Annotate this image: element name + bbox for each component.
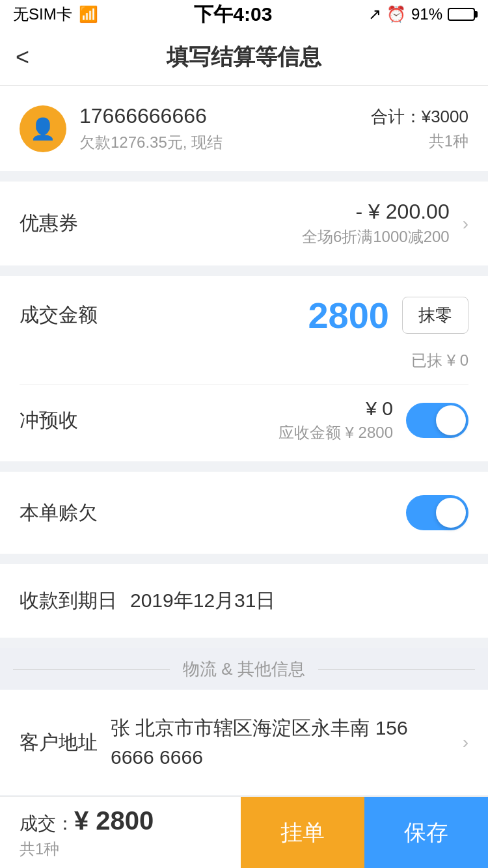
divider-line-right xyxy=(318,669,475,670)
alarm-icon: ⏰ xyxy=(386,5,406,23)
status-time: 下午4:03 xyxy=(194,1,272,28)
prepay-toggle[interactable] xyxy=(406,403,468,438)
date-value: 2019年12月31日 xyxy=(130,588,275,614)
status-left: 无SIM卡 📶 xyxy=(13,4,98,25)
avatar-icon: 👤 xyxy=(30,116,56,141)
divider-line-left xyxy=(13,669,170,670)
coupon-section[interactable]: 优惠券 - ¥ 200.00 全场6折满1000减200 › xyxy=(0,182,488,265)
toggle-knob xyxy=(436,405,466,435)
amount-value: 2800 xyxy=(308,294,389,336)
debit-label: 本单赊欠 xyxy=(20,500,98,526)
total-amount: 合计：¥3000 xyxy=(371,105,468,128)
total-count: 共1种 xyxy=(371,131,468,152)
status-right: ↗ ⏰ 91% xyxy=(368,5,475,23)
battery-icon xyxy=(448,8,475,21)
page-title: 填写结算等信息 xyxy=(167,42,321,72)
deal-label: 成交： xyxy=(20,813,74,834)
back-button[interactable]: < xyxy=(16,44,29,71)
prepay-amount: ¥ 0 xyxy=(278,398,393,420)
address-value: 张 北京市市辖区海淀区永丰南 156 6666 6666 xyxy=(111,713,444,772)
customer-info: 17666666666 欠款1276.35元, 现结 xyxy=(79,104,223,153)
wifi-icon: 📶 xyxy=(79,5,98,23)
coupon-chevron-icon: › xyxy=(463,213,468,234)
address-chevron-icon: › xyxy=(463,732,468,753)
customer-left: 👤 17666666666 欠款1276.35元, 现结 xyxy=(20,104,223,153)
round-button[interactable]: 抹零 xyxy=(402,297,468,334)
bottom-count: 共1种 xyxy=(20,839,221,860)
amount-row: 成交金额 2800 抹零 xyxy=(20,294,468,336)
amount-label: 成交金额 xyxy=(20,302,98,329)
bottom-deal: 成交：¥ 2800 xyxy=(20,806,221,836)
status-bar: 无SIM卡 📶 下午4:03 ↗ ⏰ 91% xyxy=(0,0,488,29)
prepay-row: 冲预收 ¥ 0 应收金额 ¥ 2800 xyxy=(20,384,468,443)
coupon-info: - ¥ 200.00 全场6折满1000减200 xyxy=(302,200,450,247)
deal-value: ¥ 2800 xyxy=(74,806,154,835)
battery-label: 91% xyxy=(411,5,442,23)
debit-toggle-knob xyxy=(436,498,466,528)
prepay-right: ¥ 0 应收金额 ¥ 2800 xyxy=(278,398,468,443)
prepay-label: 冲预收 xyxy=(20,407,78,434)
address-label: 客户地址 xyxy=(20,729,98,756)
debit-toggle[interactable] xyxy=(406,495,468,530)
amount-section: 成交金额 2800 抹零 已抹 ¥ 0 冲预收 ¥ 0 应收金额 ¥ 2800 xyxy=(0,276,488,461)
bottom-bar: 成交：¥ 2800 共1种 挂单 保存 xyxy=(0,796,488,868)
amount-value-group: 2800 抹零 xyxy=(308,294,468,336)
date-section: 收款到期日 2019年12月31日 xyxy=(0,564,488,638)
customer-phone: 17666666666 xyxy=(79,104,223,128)
location-icon: ↗ xyxy=(368,5,381,23)
save-button[interactable]: 保存 xyxy=(364,797,488,869)
prepay-sub: 应收金额 ¥ 2800 xyxy=(278,422,393,443)
customer-right: 合计：¥3000 共1种 xyxy=(371,105,468,152)
address-section[interactable]: 客户地址 张 北京市市辖区海淀区永丰南 156 6666 6666 › xyxy=(0,690,488,795)
section-divider: 物流 & 其他信息 xyxy=(0,648,488,690)
carrier-label: 无SIM卡 xyxy=(13,4,72,25)
debit-section: 本单赊欠 xyxy=(0,472,488,554)
customer-section: 👤 17666666666 欠款1276.35元, 现结 合计：¥3000 共1… xyxy=(0,86,488,171)
date-label: 收款到期日 xyxy=(20,588,117,614)
coupon-discount: - ¥ 200.00 xyxy=(302,200,450,224)
coupon-description: 全场6折满1000减200 xyxy=(302,226,450,247)
amount-sub: 已抹 ¥ 0 xyxy=(411,351,468,369)
coupon-label: 优惠券 xyxy=(20,210,78,237)
prepay-values: ¥ 0 应收金额 ¥ 2800 xyxy=(278,398,393,443)
hold-button[interactable]: 挂单 xyxy=(241,797,364,869)
customer-debt: 欠款1276.35元, 现结 xyxy=(79,132,223,153)
divider-label: 物流 & 其他信息 xyxy=(183,658,305,681)
coupon-right: - ¥ 200.00 全场6折满1000减200 › xyxy=(302,200,468,247)
bottom-summary: 成交：¥ 2800 共1种 xyxy=(0,806,241,860)
avatar: 👤 xyxy=(20,105,66,152)
nav-bar: < 填写结算等信息 xyxy=(0,29,488,86)
